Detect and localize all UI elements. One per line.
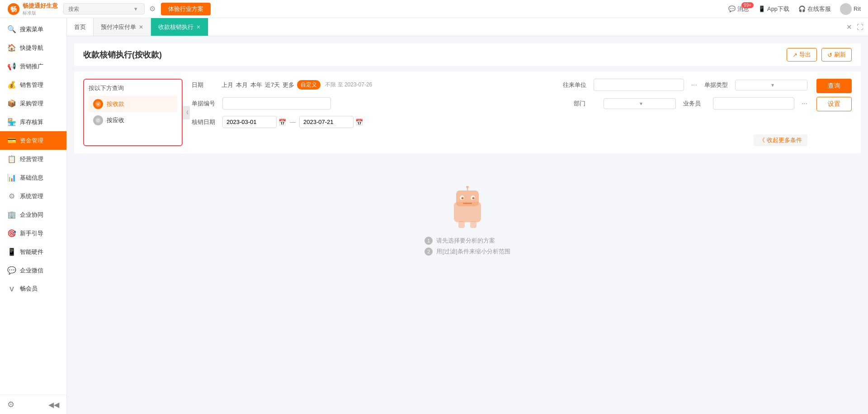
offset-date-to-calendar-icon[interactable]: 📅 — [355, 119, 363, 126]
message-icon: 💬 — [728, 5, 736, 12]
business-more-icon[interactable]: ··· — [802, 100, 807, 108]
empty-tip-2: 2 用[过滤]条件来缩小分析范围 — [425, 247, 510, 256]
counterparty-more-icon[interactable]: ··· — [691, 81, 697, 89]
sidebar-item-purchase[interactable]: 📦 采购管理 — [0, 94, 66, 113]
hardware-icon: 📱 — [7, 247, 16, 256]
topbar: 畅 畅捷通好生意 标准版 ▾ ⚙ 体验行业方案 💬 消息 99+ 📱 App下载… — [0, 0, 868, 18]
filter-left-title: 按以下方查询 — [89, 84, 177, 92]
business-input[interactable] — [713, 97, 794, 109]
doc-type-select[interactable]: ▾ — [735, 80, 807, 90]
search-dropdown-icon[interactable]: ▾ — [134, 5, 137, 12]
svg-rect-13 — [458, 221, 465, 228]
sidebar-item-wechat[interactable]: 💬 企业微信 — [0, 261, 66, 280]
filter-actions: 查询 设置 — [816, 79, 852, 146]
doc-number-input[interactable] — [222, 97, 331, 109]
empty-robot-illustration — [440, 186, 495, 231]
svg-text:⏱: ⏱ — [96, 119, 100, 123]
svg-rect-12 — [463, 203, 472, 204]
empty-tips: 1 请先选择要分析的方案 2 用[过滤]条件来缩小分析范围 — [425, 237, 510, 256]
sidebar-item-inventory[interactable]: 🏪 库存核算 — [0, 113, 66, 131]
sidebar-item-finance[interactable]: 💳 资金管理 — [0, 131, 66, 150]
online-service-label: 在线客服 — [807, 5, 831, 13]
tab-home[interactable]: 首页 — [67, 18, 94, 36]
filter-option-by-receipt[interactable]: ¥ 按收款 — [89, 96, 177, 112]
offset-date-from-input[interactable] — [222, 116, 277, 128]
tab-fullscreen-icon[interactable]: ⛶ — [857, 23, 863, 31]
search-area[interactable]: ▾ — [63, 3, 145, 14]
sidebar-item-system[interactable]: ⚙ 系统管理 — [0, 187, 66, 205]
collapse-more-button[interactable]: 《 收起更多条件 — [754, 134, 807, 146]
sidebar-label-operation: 经营管理 — [20, 155, 43, 163]
settings-icon[interactable]: ⚙ — [149, 5, 156, 13]
sidebar-item-sales[interactable]: 💰 销售管理 — [0, 76, 66, 94]
filter-layout: 按以下方查询 ¥ 按收款 ⏱ 按应收 — [83, 79, 852, 146]
sidebar-item-guide[interactable]: 🎯 新手引导 — [0, 224, 66, 243]
svg-text:¥: ¥ — [97, 102, 99, 106]
date-custom[interactable]: 自定义 — [297, 80, 321, 90]
sidebar-item-operation[interactable]: 📋 经营管理 — [0, 150, 66, 168]
date-last-month[interactable]: 上月 — [222, 81, 233, 89]
app-download-icon: 📱 — [758, 5, 765, 12]
export-button[interactable]: ↗ 导出 — [787, 48, 817, 62]
collapse-icon: 《 — [759, 136, 765, 144]
page-title: 收款核销执行(按收款) — [83, 49, 162, 60]
receivable-option-icon: ⏱ — [93, 115, 103, 125]
date-this-month[interactable]: 本月 — [236, 81, 248, 89]
tab-receipt-close-icon[interactable]: ✕ — [196, 24, 201, 30]
sidebar-item-enterprise[interactable]: 🏢 企业协同 — [0, 205, 66, 224]
page-title-bar: 收款核销执行(按收款) ↗ 导出 ↺ 刷新 — [74, 43, 861, 66]
sidebar-label-marketing: 营销推广 — [20, 62, 43, 71]
offset-date-to-input[interactable] — [299, 116, 354, 128]
search-input[interactable] — [68, 6, 132, 12]
export-icon: ↗ — [793, 52, 797, 58]
tab-prepay-close-icon[interactable]: ✕ — [139, 24, 143, 30]
date-label: 日期 — [192, 81, 214, 89]
sidebar-item-marketing[interactable]: 📢 营销推广 — [0, 57, 66, 76]
filter-option-receivable-label: 按应收 — [107, 116, 124, 124]
filter-row-3: 核销日期 📅 — 📅 — [192, 116, 807, 128]
sidebar-label-vip: 畅会员 — [20, 285, 38, 293]
basic-icon: 📊 — [7, 173, 16, 182]
app-download-button[interactable]: 📱 App下载 — [758, 5, 789, 13]
finance-icon: 💳 — [7, 136, 16, 145]
tab-receipt-offset[interactable]: 收款核销执行 ✕ — [151, 18, 208, 36]
bottom-settings-icon[interactable]: ⚙ — [7, 400, 14, 409]
offset-date-from-calendar-icon[interactable]: 📅 — [278, 119, 286, 126]
doc-number-label: 单据编号 — [192, 100, 215, 108]
messages-button[interactable]: 💬 消息 99+ — [728, 5, 749, 13]
topbar-right: 💬 消息 99+ 📱 App下载 🎧 在线客服 Rit — [728, 3, 861, 15]
sidebar-label-search: 搜索菜单 — [20, 25, 43, 33]
dept-select[interactable]: ▾ — [604, 98, 676, 109]
sidebar-item-search[interactable]: 🔍 搜索菜单 — [0, 20, 66, 38]
page-content: 收款核销执行(按收款) ↗ 导出 ↺ 刷新 按以下 — [67, 36, 868, 414]
online-service-button[interactable]: 🎧 在线客服 — [798, 5, 831, 13]
user-profile[interactable]: Rit — [840, 3, 861, 15]
sidebar-label-basic: 基础信息 — [20, 174, 43, 182]
tab-close-all-icon[interactable]: ✕ — [846, 23, 852, 31]
sidebar-item-hardware[interactable]: 📱 智能硬件 — [0, 243, 66, 261]
tip-text-2: 用[过滤]条件来缩小分析范围 — [436, 247, 510, 256]
tab-prepay-conflict[interactable]: 预付冲应付单 ✕ — [94, 18, 151, 36]
filter-option-by-receivable[interactable]: ⏱ 按应收 — [89, 112, 177, 128]
query-button[interactable]: 查询 — [816, 79, 852, 93]
counterparty-input[interactable] — [594, 79, 684, 91]
filter-panel: 按以下方查询 ¥ 按收款 ⏱ 按应收 — [74, 71, 861, 153]
refresh-button[interactable]: ↺ 刷新 — [821, 48, 852, 62]
sidebar-item-vip[interactable]: V 畅会员 — [0, 280, 66, 298]
date-7days[interactable]: 近7天 — [265, 81, 280, 89]
filter-right-panel: 日期 上月 本月 本年 近7天 更多 自定义 不限 至 2023-07-26 — [192, 79, 807, 146]
dept-label: 部门 — [574, 100, 596, 108]
filter-collapse-button[interactable]: 《 — [183, 106, 190, 119]
sidebar-label-wechat: 企业微信 — [20, 266, 43, 275]
settings-button[interactable]: 设置 — [816, 97, 852, 111]
sidebar-collapse-icon[interactable]: ◀◀ — [48, 400, 59, 409]
sidebar-item-basic[interactable]: 📊 基础信息 — [0, 168, 66, 187]
date-this-year[interactable]: 本年 — [250, 81, 262, 89]
date-more[interactable]: 更多 — [283, 81, 294, 89]
sales-icon: 💰 — [7, 81, 16, 89]
solution-button[interactable]: 体验行业方案 — [161, 3, 211, 15]
sidebar-item-quicknav[interactable]: 🏠 快捷导航 — [0, 38, 66, 57]
sidebar-label-system: 系统管理 — [20, 192, 43, 200]
sidebar-menu: 🔍 搜索菜单 🏠 快捷导航 📢 营销推广 💰 销售管理 📦 采购管理 🏪 — [0, 18, 66, 395]
date-range-dash: — — [290, 119, 296, 125]
